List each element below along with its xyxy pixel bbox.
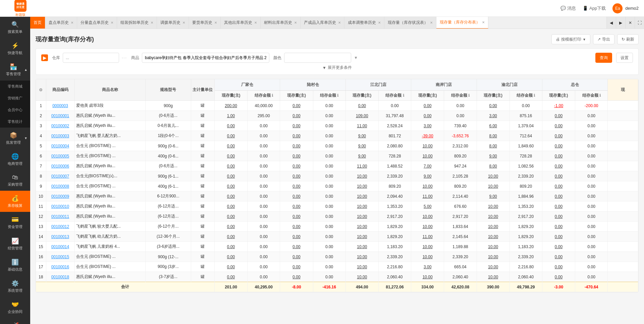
cell-changjiaCurrent[interactable]: 0.00 [214,252,247,262]
cell-zongCurrent[interactable]: 0.00 [542,242,575,252]
cell-changjiaCurrent[interactable]: 0.00 [214,131,247,141]
tab-product-in-close[interactable]: ✕ [338,21,341,25]
cell-yubeiCurrent[interactable]: 10.00 [477,222,509,232]
settings-icon[interactable]: ⚙ [39,88,43,92]
zong-info-icon[interactable]: ℹ [599,93,601,97]
cell-changjiaCurrent[interactable]: 0.00 [214,141,247,151]
cell-changjiaCurrent[interactable]: 0.00 [214,201,247,212]
tab-material-out-close[interactable]: ✕ [294,21,297,25]
jiangbei-info-icon[interactable]: ℹ [403,93,404,97]
cell-changjiaCurrent[interactable]: 0.00 [214,151,247,161]
expand-conditions-btn[interactable]: ▼ 展开更多条件 [322,65,352,71]
tab-stock-dist-close[interactable]: ✕ [482,20,485,24]
cell-jiangbeiCurrent[interactable]: 10.00 [345,272,378,282]
cell-changjiaCurrent[interactable]: 0.00 [214,272,247,282]
cell-zongCurrent[interactable]: 0.00 [542,111,575,121]
nav-arrow-right[interactable]: ▶ [616,17,625,29]
cell-yubeiCurrent[interactable]: 8.00 [477,141,509,151]
sidebar-item-wholesale[interactable]: 📦 批发管理 ▼ [0,128,30,149]
cell-lucunCurrent[interactable]: 0.00 [280,151,313,161]
print-button[interactable]: 🖨 按模板打印 ▼ [551,34,590,44]
tab-stock-status-close[interactable]: ✕ [430,21,433,25]
warehouse-input[interactable] [63,53,119,63]
sidebar-item-basic[interactable]: ℹ️ 基础信息 [0,254,30,276]
nanan-info-icon[interactable]: ℹ [468,93,470,97]
sidebar-item-purchase[interactable]: 🛍 采购管理 [0,170,30,191]
cell-yubeiCurrent[interactable]: 10.00 [477,212,509,222]
settings-button[interactable]: 设置 [616,53,633,63]
export-button[interactable]: ↗ 导出 [593,34,614,44]
tab-portion-check-close[interactable]: ✕ [111,21,113,25]
cell-lucunCurrent[interactable]: 0.00 [280,161,313,171]
cell-yubeiCurrent[interactable]: 10.00 [477,252,509,262]
query-button[interactable]: 查询 [595,53,612,63]
cell-jiangbeiCurrent[interactable]: 9.00 [345,131,378,141]
cell-jiangbeiCurrent[interactable]: 9.00 [345,141,378,151]
refresh-button[interactable]: ↻ 刷新 [617,34,639,44]
filter-expand-arrow[interactable]: ▶ [41,54,48,61]
cell-yubeiCurrent[interactable]: 8.00 [477,131,509,141]
cell-zongCurrent[interactable]: 0.00 [542,161,575,171]
cell-jiangbeiCurrent[interactable]: 10.00 [345,212,378,222]
message-action[interactable]: 💬 消息 [560,5,576,11]
cell-zongCurrent[interactable]: 0.00 [542,131,575,141]
cell-yubeiCurrent[interactable]: 8.00 [477,161,509,171]
tab-cost-adj[interactable]: 成本调整单历史 ✕ [344,17,384,29]
cell-yubeiCurrent[interactable]: 3.00 [477,111,509,121]
tab-stock-dist[interactable]: 现存量（库存分布表） ✕ [436,17,488,29]
tab-transfer[interactable]: 调拨单历史 ✕ [157,17,189,29]
cell-nananCurrent[interactable]: 7.00 [411,161,444,171]
cell-yubeiCurrent[interactable]: 10.00 [477,181,509,191]
cell-nananCurrent[interactable]: 0.00 [411,101,444,111]
tab-other-out-close[interactable]: ✕ [254,21,257,25]
cell-nananCurrent[interactable]: 10.00 [411,151,444,161]
cell-changjiaCurrent[interactable]: 0.00 [214,121,247,131]
cell-yubeiCurrent[interactable]: 0.00 [477,101,509,111]
cell-lucunCurrent[interactable]: 0.00 [280,272,313,282]
cell-changjiaCurrent[interactable]: 0.00 [214,212,247,222]
cell-jiangbeiCurrent[interactable]: 10.00 [345,181,378,191]
cell-changjiaCurrent[interactable]: 0.00 [214,171,247,181]
cell-nananCurrent[interactable]: -39.00 [411,131,444,141]
cell-changjiaCurrent[interactable]: 0.00 [214,222,247,232]
cell-jiangbeiCurrent[interactable]: 10.00 [345,242,378,252]
cell-changjiaCurrent[interactable]: 0.00 [214,161,247,171]
cell-yubeiCurrent[interactable]: 10.00 [477,232,509,242]
tab-order-close[interactable]: ✕ [214,21,217,25]
cell-jiangbeiCurrent[interactable]: 10.00 [345,232,378,242]
cell-nananCurrent[interactable]: 9.00 [411,171,444,181]
cell-lucunCurrent[interactable]: 0.00 [280,222,313,232]
tab-stock-status[interactable]: 现存量（库存状况表） ✕ [384,17,436,29]
cell-yubeiCurrent[interactable]: 10.00 [477,242,509,252]
cell-jiangbeiCurrent[interactable]: 0.00 [345,101,378,111]
sidebar-item-guide[interactable]: 🚀 新手引导 [0,318,30,324]
tab-inventory-check-close[interactable]: ✕ [71,21,73,25]
cell-nananCurrent[interactable]: 10.00 [411,272,444,282]
sidebar-item-ecommerce[interactable]: 🌐 电商管理 [0,149,30,170]
user-area[interactable]: Ea demo2 [612,3,639,13]
cell-changjiaCurrent[interactable]: 200.00 [214,101,247,111]
yubei-info-icon[interactable]: ℹ [534,93,535,97]
cell-zongCurrent[interactable]: -1.00 [542,101,575,111]
product-input[interactable] [142,53,269,63]
cell-lucunCurrent[interactable]: 0.00 [280,131,313,141]
nav-arrow-close-all[interactable]: ✕ [625,17,635,29]
sidebar-item-member[interactable]: 会员中心 [0,104,30,116]
cell-nananCurrent[interactable]: 5.00 [411,201,444,212]
cell-changjiaCurrent[interactable]: 0.00 [214,191,247,201]
cell-changjiaCurrent[interactable]: 0.00 [214,262,247,272]
tab-other-out[interactable]: 其他出库单历史 ✕ [221,17,261,29]
cell-jiangbeiCurrent[interactable]: 9.00 [345,151,378,161]
cell-jiangbeiCurrent[interactable]: 10.00 [345,252,378,262]
color-input[interactable] [284,53,351,63]
sidebar-item-quicknav[interactable]: ⚡ 快捷导航 [0,38,30,59]
sidebar-item-finance[interactable]: 💳 资金管理 [0,212,30,233]
cell-nananCurrent[interactable]: 10.00 [411,252,444,262]
cell-jiangbeiCurrent[interactable]: 10.00 [345,262,378,272]
cell-changjiaCurrent[interactable]: 0.00 [214,181,247,191]
cell-jiangbeiCurrent[interactable]: 109.00 [345,111,378,121]
cell-nananCurrent[interactable]: 3.00 [411,121,444,131]
cell-nananCurrent[interactable]: 10.00 [411,141,444,151]
cell-yubeiCurrent[interactable]: 10.00 [477,262,509,272]
cell-nananCurrent[interactable]: 11.00 [411,191,444,201]
